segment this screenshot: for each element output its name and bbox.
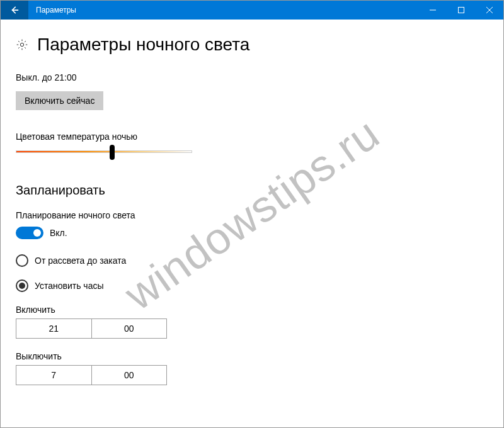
titlebar: Параметры [1,1,503,20]
schedule-plan-label: Планирование ночного света [16,210,488,220]
schedule-title: Запланировать [16,183,488,198]
turn-off-min[interactable]: 00 [92,365,168,385]
back-arrow-icon [10,6,19,14]
radio-dot [19,283,25,289]
color-temp-slider[interactable] [16,150,192,153]
turn-on-hour[interactable]: 21 [16,318,92,339]
schedule-toggle[interactable] [16,227,43,239]
toggle-knob [33,229,41,237]
window-title: Параметры [28,6,418,14]
radio-set-hours-circle [16,279,28,292]
svg-rect-0 [458,8,464,13]
radio-sunset-circle [16,254,28,267]
close-icon [486,7,493,13]
radio-sunset-label: От рассвета до заката [35,256,126,266]
window-controls [418,1,503,20]
page-header: Параметры ночного света [16,35,488,55]
page-title: Параметры ночного света [37,35,249,55]
turn-on-label: Включить [16,305,488,315]
schedule-toggle-row: Вкл. [16,227,488,239]
radio-set-hours-label: Установить часы [35,281,104,291]
radio-sunset[interactable]: От рассвета до заката [16,254,488,267]
turn-off-time-picker: 7 00 [16,365,167,385]
content-area: Параметры ночного света Выкл. до 21:00 В… [1,20,503,400]
minimize-button[interactable] [418,1,447,20]
gear-icon [16,38,28,51]
turn-on-now-button[interactable]: Включить сейчас [16,91,103,110]
close-button[interactable] [475,1,503,20]
minimize-icon [430,7,436,13]
back-button[interactable] [1,1,28,20]
turn-off-label: Выключить [16,351,488,361]
maximize-button[interactable] [447,1,475,20]
turn-on-time-picker: 21 00 [16,318,167,339]
slider-thumb[interactable] [110,145,115,160]
turn-off-hour[interactable]: 7 [16,365,92,385]
svg-point-1 [20,43,23,46]
radio-set-hours[interactable]: Установить часы [16,279,488,292]
toggle-state-label: Вкл. [50,228,67,238]
turn-on-min[interactable]: 00 [92,318,168,339]
color-temp-label: Цветовая температура ночью [16,132,488,142]
status-text: Выкл. до 21:00 [16,72,488,82]
maximize-icon [458,7,464,13]
